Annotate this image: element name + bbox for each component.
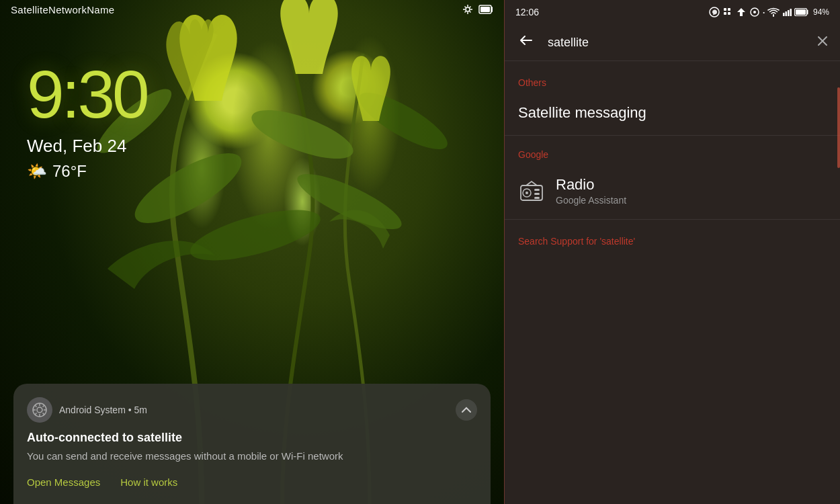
android-status-icons: • 94%	[709, 7, 829, 17]
search-results: Others Satellite messaging Google	[505, 61, 840, 504]
others-category-label: Others	[505, 67, 840, 93]
weather-icon: 🌤️	[27, 162, 47, 181]
app-icon	[27, 397, 52, 423]
notification-body: You can send and receive messages withou…	[27, 449, 477, 463]
signal-icon	[782, 7, 792, 17]
phone-clock-area: 9:30 Wed, Feb 24 🌤️ 76°F	[27, 60, 147, 181]
network-name: SatelliteNetworkName	[11, 4, 114, 15]
weather-row: 🌤️ 76°F	[27, 162, 147, 181]
settings-panel: 12:06 •	[504, 0, 840, 504]
divider-1	[505, 135, 840, 136]
notification-title: Auto-connected to satellite	[27, 431, 477, 445]
radio-title: Radio	[556, 176, 626, 194]
satellite-icon	[461, 3, 474, 15]
satellite-messaging-title: Satellite messaging	[518, 104, 646, 122]
clock-time: 9:30	[27, 60, 147, 128]
svg-rect-18	[783, 13, 785, 16]
radio-subtitle: Google Assistant	[556, 195, 626, 206]
svg-rect-12	[724, 8, 726, 11]
android-system-icon	[32, 402, 48, 418]
phone-status-bar: SatelliteNetworkName	[0, 0, 504, 19]
clear-search-button[interactable]	[816, 34, 829, 51]
svg-rect-20	[788, 10, 790, 16]
notification-actions: Open Messages How it works	[27, 476, 477, 488]
svg-rect-27	[534, 189, 540, 191]
svg-point-17	[753, 11, 756, 13]
open-messages-button[interactable]: Open Messages	[27, 476, 100, 488]
svg-point-2	[185, 200, 325, 271]
divider-2	[505, 219, 840, 220]
clock-date: Wed, Feb 24	[27, 136, 147, 157]
expand-button[interactable]	[456, 399, 477, 421]
close-icon	[816, 34, 829, 48]
battery-percentage: 94%	[813, 7, 829, 17]
svg-point-26	[526, 192, 528, 194]
satellite-messaging-item[interactable]: Satellite messaging	[505, 93, 840, 132]
target-icon	[749, 7, 760, 17]
radio-icon-container	[518, 177, 545, 204]
app-name-time: Android System • 5m	[59, 405, 147, 415]
svg-rect-29	[534, 197, 540, 199]
location-icon	[736, 7, 747, 17]
wifi-icon	[767, 7, 780, 17]
battery-status-icon	[794, 8, 809, 16]
search-bar	[505, 24, 840, 61]
scroll-thumb[interactable]	[837, 87, 840, 168]
search-input[interactable]	[548, 36, 805, 50]
svg-rect-23	[796, 9, 806, 15]
search-support-link[interactable]: Search Support for 'satellite'	[505, 222, 840, 260]
svg-point-6	[466, 7, 470, 11]
notification-header: Android System • 5m	[27, 397, 477, 423]
svg-rect-28	[534, 193, 540, 195]
svg-rect-8	[480, 7, 490, 12]
back-arrow-icon	[518, 32, 534, 48]
google-category-label: Google	[505, 138, 840, 165]
radio-icon	[519, 180, 544, 202]
dot-indicator: •	[763, 9, 765, 15]
app-name: Android System	[59, 405, 126, 415]
svg-rect-21	[790, 9, 792, 16]
svg-point-10	[37, 407, 42, 413]
android-status-bar: 12:06 •	[505, 0, 840, 24]
svg-rect-13	[728, 8, 730, 11]
scroll-track	[837, 47, 840, 504]
app-info: Android System • 5m	[27, 397, 147, 423]
notification-card: Android System • 5m Auto-connected to sa…	[13, 384, 491, 504]
status-time: 12:06	[515, 7, 539, 17]
weather-temp: 76°F	[52, 162, 87, 181]
svg-rect-15	[728, 12, 730, 15]
phone-screen: SatelliteNetworkName 9:30	[0, 0, 504, 504]
svg-rect-19	[785, 11, 787, 16]
grid-icon	[722, 7, 733, 17]
svg-rect-14	[724, 12, 726, 15]
radio-item-text: Radio Google Assistant	[556, 176, 626, 206]
how-it-works-button[interactable]: How it works	[120, 476, 177, 488]
status-icons	[461, 3, 493, 15]
separator: •	[128, 405, 134, 415]
whatsapp-icon	[709, 7, 720, 17]
radio-result-item[interactable]: Radio Google Assistant	[505, 165, 840, 216]
chevron-up-icon	[461, 407, 472, 413]
battery-icon	[478, 5, 493, 14]
time-ago: 5m	[134, 405, 147, 415]
back-button[interactable]	[515, 30, 537, 55]
